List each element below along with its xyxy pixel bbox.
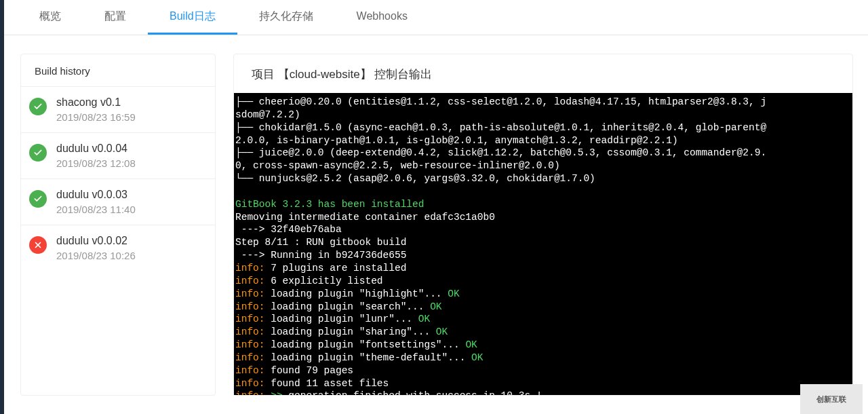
tabs-bar: 概览 配置 Build日志 持久化存储 Webhooks: [4, 0, 868, 35]
check-icon: [29, 144, 47, 162]
console-segment: OK: [471, 352, 483, 363]
console-segment: loading plugin "search"...: [265, 301, 431, 312]
console-segment: OK: [418, 314, 430, 324]
console-segment: ---> Running in b924736de655: [235, 250, 406, 261]
build-history-text: dudulu v0.0.032019/08/23 11:40: [56, 189, 136, 215]
console-segment: 6 explicitly listed: [265, 276, 383, 286]
console-line: info: loading plugin "theme-default"... …: [234, 352, 852, 364]
console-segment: Removing intermediate container edafc3c1…: [235, 212, 495, 223]
console-segment: info:: [235, 365, 265, 376]
build-history-list: shacong v0.12019/08/23 16:59dudulu v0.0.…: [21, 86, 215, 271]
console-line: info: 6 explicitly listed: [234, 275, 852, 288]
console-line: info: >> generation finished with succes…: [234, 390, 852, 395]
console-segment: loading plugin "theme-default"...: [265, 352, 472, 363]
console-line: info: loading plugin "highlight"... OK: [234, 288, 852, 301]
console-segment: info:: [235, 288, 265, 299]
check-icon: [29, 190, 47, 208]
build-history-time: 2019/08/23 10:26: [56, 250, 136, 261]
console-segment: info:: [235, 326, 265, 337]
console-line: sdom@7.2.2): [234, 109, 852, 121]
build-history-title: shacong v0.1: [56, 96, 136, 109]
build-history-text: dudulu v0.0.022019/08/23 10:26: [56, 235, 136, 261]
console-segment: OK: [430, 301, 441, 312]
build-history-item[interactable]: dudulu v0.0.022019/08/23 10:26: [21, 225, 215, 271]
console-segment: GitBook 3.2.3 has been installed: [235, 199, 424, 210]
build-history-text: dudulu v0.0.042019/08/23 12:08: [56, 143, 136, 169]
build-history-header: Build history: [21, 54, 215, 86]
left-edge-decoration: [0, 0, 4, 414]
tab-config[interactable]: 配置: [83, 0, 148, 35]
watermark-badge: 创新互联: [800, 384, 863, 414]
console-line: Step 8/11 : RUN gitbook build: [234, 236, 852, 249]
console-segment: └── nunjucks@2.5.2 (asap@2.0.6, yargs@3.…: [235, 173, 595, 184]
build-history-time: 2019/08/23 12:08: [56, 157, 136, 169]
close-icon: [29, 236, 47, 254]
console-line: info: loading plugin "lunr"... OK: [234, 313, 852, 326]
console-segment: 0, cross-spawn-async@2.2.5, web-resource…: [235, 160, 560, 171]
console-line: 2.0.0, is-binary-path@1.0.1, is-glob@2.0…: [234, 134, 852, 147]
console-segment: 7 plugins are installed: [265, 263, 407, 274]
console-segment: OK: [436, 326, 448, 337]
console-segment: info:: [235, 301, 265, 312]
console-panel: 项目 【cloud-website】 控制台输出 ├── cheerio@0.2…: [233, 54, 853, 396]
console-segment: info:: [235, 263, 265, 274]
check-icon: [29, 98, 47, 115]
tab-storage[interactable]: 持久化存储: [237, 0, 335, 35]
console-segment: found 11 asset files: [265, 378, 389, 389]
console-segment: OK: [448, 288, 459, 299]
console-segment: info:: [235, 314, 265, 324]
build-history-text: shacong v0.12019/08/23 16:59: [56, 96, 136, 123]
build-history-item[interactable]: dudulu v0.0.042019/08/23 12:08: [21, 132, 215, 178]
console-segment: loading plugin "sharing"...: [265, 326, 436, 337]
console-segment: info:: [235, 390, 265, 395]
tab-webhooks[interactable]: Webhooks: [335, 0, 429, 35]
console-line: info: 7 plugins are installed: [234, 262, 852, 275]
build-history-panel: Build history shacong v0.12019/08/23 16:…: [20, 54, 216, 396]
console-segment: Step 8/11 : RUN gitbook build: [235, 237, 406, 248]
build-history-time: 2019/08/23 16:59: [56, 111, 136, 123]
build-history-item[interactable]: shacong v0.12019/08/23 16:59: [21, 86, 215, 132]
console-line: ---> 32f40eb76aba: [234, 223, 852, 236]
build-history-title: dudulu v0.0.02: [56, 235, 136, 247]
console-output[interactable]: ├── cheerio@0.20.0 (entities@1.1.2, css-…: [234, 93, 852, 395]
console-line: Removing intermediate container edafc3c1…: [234, 211, 852, 224]
build-history-title: dudulu v0.0.04: [56, 143, 136, 155]
console-line: 0, cross-spawn-async@2.2.5, web-resource…: [234, 159, 852, 172]
console-segment: 2.0.0, is-binary-path@1.0.1, is-glob@2.0…: [235, 135, 678, 146]
console-line: ├── juice@2.0.0 (deep-extend@0.4.2, slic…: [234, 147, 852, 159]
console-segment: ---> 32f40eb76aba: [235, 224, 342, 235]
console-segment: info:: [235, 339, 265, 350]
console-segment: loading plugin "lunr"...: [265, 314, 418, 324]
console-segment: found 79 pages: [265, 365, 354, 376]
console-line: └── nunjucks@2.5.2 (asap@2.0.6, yargs@3.…: [234, 172, 852, 185]
console-header: 项目 【cloud-website】 控制台输出: [234, 54, 852, 93]
build-history-item[interactable]: dudulu v0.0.032019/08/23 11:40: [21, 178, 215, 225]
console-segment: ├── juice@2.0.0 (deep-extend@0.4.2, slic…: [235, 147, 766, 158]
build-history-title: dudulu v0.0.03: [56, 189, 136, 201]
console-line: info: loading plugin "sharing"... OK: [234, 326, 852, 339]
console-segment: ├── cheerio@0.20.0 (entities@1.1.2, css-…: [235, 96, 766, 107]
console-line: ├── chokidar@1.5.0 (async-each@1.0.3, pa…: [234, 121, 852, 134]
console-segment: OK: [465, 339, 477, 350]
console-segment: loading plugin "highlight"...: [265, 288, 448, 299]
content-area: Build history shacong v0.12019/08/23 16:…: [0, 35, 868, 396]
console-line: ---> Running in b924736de655: [234, 249, 852, 262]
build-history-time: 2019/08/23 11:40: [56, 204, 136, 215]
console-line: info: loading plugin "search"... OK: [234, 301, 852, 314]
console-line: info: found 79 pages: [234, 364, 852, 377]
console-segment: info:: [235, 276, 265, 286]
console-line: ├── cheerio@0.20.0 (entities@1.1.2, css-…: [234, 96, 852, 109]
console-segment: [235, 186, 241, 197]
tab-overview[interactable]: 概览: [18, 0, 83, 35]
console-segment: loading plugin "fontsettings"...: [265, 339, 466, 350]
console-segment: sdom@7.2.2): [235, 109, 300, 120]
console-line: GitBook 3.2.3 has been installed: [234, 198, 852, 211]
console-segment: info:: [235, 352, 265, 363]
console-line: info: loading plugin "fontsettings"... O…: [234, 339, 852, 352]
tab-build-log[interactable]: Build日志: [148, 0, 237, 35]
console-segment: ├── chokidar@1.5.0 (async-each@1.0.3, pa…: [235, 122, 766, 133]
console-line: [234, 185, 852, 198]
console-line: info: found 11 asset files: [234, 377, 852, 390]
console-segment: >>: [265, 390, 283, 395]
console-segment: generation finished with success in 10.3…: [283, 390, 542, 395]
